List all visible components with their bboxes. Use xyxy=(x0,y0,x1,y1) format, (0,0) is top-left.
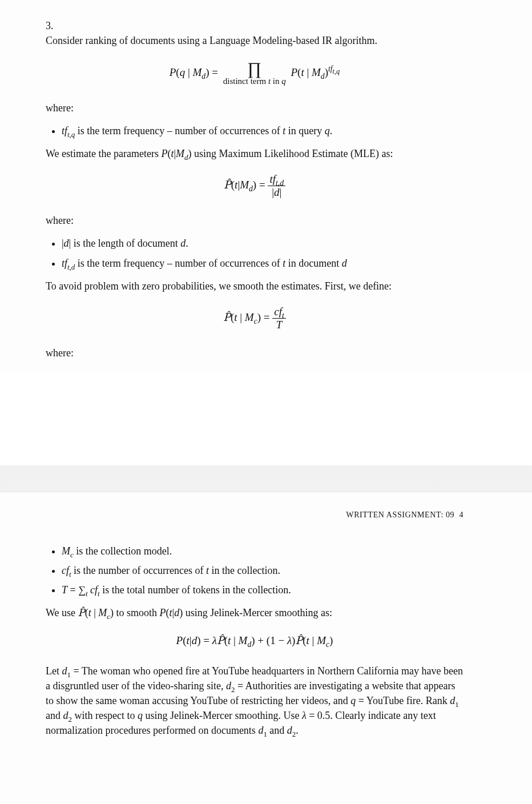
question-number: 3. xyxy=(46,18,59,33)
list-item: |d| is the length of document d. xyxy=(62,236,464,251)
running-header: WRITTEN ASSIGNMENT: 09 4 xyxy=(46,509,464,521)
mle-intro: We estimate the parameters P(t|Md) using… xyxy=(46,146,464,161)
list-item: tft,q is the term frequency – number of … xyxy=(62,123,464,138)
eq2-fraction: tft,d |d| xyxy=(268,174,285,198)
product-symbol: ∏ xyxy=(223,61,286,76)
eq3-fraction: cft T xyxy=(272,306,286,331)
definition-list-3: Mc is the collection model. cft is the n… xyxy=(46,544,464,597)
task-paragraph: Let d1 = The woman who opened fire at Yo… xyxy=(46,664,464,738)
list-item: Mc is the collection model. xyxy=(62,544,464,558)
equation-1: P(q | Md) = ∏ distinct term t in q P(t |… xyxy=(46,61,464,86)
where-label-3: where: xyxy=(46,345,464,360)
definition-list-2: |d| is the length of document d. tft,d i… xyxy=(46,236,464,270)
product-operator: ∏ distinct term t in q xyxy=(223,61,286,86)
eq1-rhs: P(t | Md)tft,q xyxy=(291,66,340,78)
list-item: tft,d is the term frequency – number of … xyxy=(62,256,464,271)
running-header-text: WRITTEN ASSIGNMENT: 09 4 xyxy=(346,510,464,519)
page-break xyxy=(0,372,532,492)
where-label-1: where: xyxy=(46,100,464,115)
question-block: 3. Consider ranking of documents using a… xyxy=(46,18,464,48)
list-item: cft is the number of occurrences of t in… xyxy=(62,563,464,578)
where-label-2: where: xyxy=(46,213,464,228)
product-subscript: distinct term t in q xyxy=(223,77,286,86)
equation-4: P(t|d) = λP̂(t | Md) + (1 − λ)P̂(t | Mc) xyxy=(46,633,464,649)
eq3-lhs: P̂(t | Mc) = xyxy=(223,311,269,323)
definition-list-1: tft,q is the term frequency – number of … xyxy=(46,123,464,138)
smoothing-intro: To avoid problem with zero probabilities… xyxy=(46,279,464,294)
list-item: T = ∑t cft is the total number of tokens… xyxy=(62,582,464,597)
eq1-lhs: P(q | Md) = xyxy=(170,66,218,78)
document-page: 3. Consider ranking of documents using a… xyxy=(0,0,532,769)
question-intro: Consider ranking of documents using a La… xyxy=(46,33,448,48)
eq3-denominator: T xyxy=(272,319,286,331)
jm-intro: We use P̂(t | Mc) to smooth P(t|d) using… xyxy=(46,605,464,620)
eq2-numerator: tft,d xyxy=(268,174,285,186)
eq2-lhs: P̂(t|Md) = xyxy=(224,179,265,191)
eq3-numerator: cft xyxy=(272,306,286,319)
equation-2: P̂(t|Md) = tft,d |d| xyxy=(46,174,464,198)
equation-3: P̂(t | Mc) = cft T xyxy=(46,306,464,331)
eq2-denominator: |d| xyxy=(268,186,285,198)
